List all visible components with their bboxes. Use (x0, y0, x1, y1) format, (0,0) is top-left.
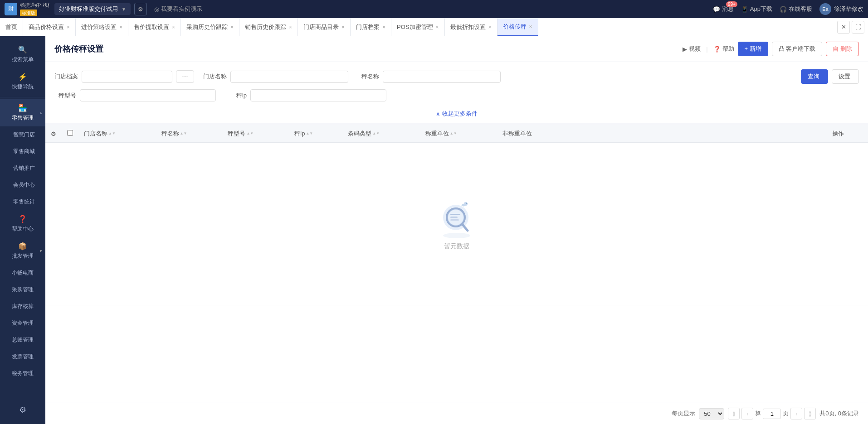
scale-ip-input[interactable] (250, 89, 386, 101)
delete-button[interactable]: 自 删除 (826, 42, 859, 56)
close-tab-button[interactable]: ✕ (837, 21, 850, 34)
per-page-label: 每页显示 (672, 410, 695, 418)
tab-purchase-history[interactable]: 采购历史价跟踪 × (181, 18, 239, 36)
svg-rect-8 (450, 219, 459, 221)
close-tab-icon[interactable]: × (488, 24, 492, 30)
download-button[interactable]: 凸 客户端下载 (772, 42, 823, 56)
tab-store-file[interactable]: 门店档案 × (351, 18, 391, 36)
page-actions: ▶ 视频 | ❓ 帮助 + 新增 凸 客户端下载 自 删除 (683, 42, 859, 56)
scale-ip-label: 秤ip (225, 92, 247, 100)
tab-store-catalog[interactable]: 门店商品目录 × (298, 18, 351, 36)
sidebar-top: 🔍 搜索菜单 ⚡ 快捷导航 🏪 零售管理 ▲ 智慧门店 零售商城 营销推广 (0, 36, 45, 386)
sidebar-item-purchase[interactable]: 采购管理 (0, 281, 45, 298)
logo-area: 财 畅捷通好业财 标准版 (5, 2, 50, 16)
close-tab-icon[interactable]: × (230, 24, 234, 30)
collapse-bar[interactable]: ∧ 收起更多条件 (54, 107, 859, 120)
sidebar-item-help-center[interactable]: ❓ 帮助中心 (0, 210, 45, 237)
sidebar-item-inventory[interactable]: 库存核算 (0, 298, 45, 315)
store-file-input[interactable] (82, 71, 172, 83)
tab-home[interactable]: 首页 (0, 18, 23, 36)
app-logo-icon: 财 (5, 3, 17, 15)
sidebar-item-mini-ecom[interactable]: 小畅电商 (0, 265, 45, 281)
tab-sale-history[interactable]: 销售历史价跟踪 × (239, 18, 298, 36)
main-layout: 🔍 搜索菜单 ⚡ 快捷导航 🏪 零售管理 ▲ 智慧门店 零售商城 营销推广 (0, 36, 868, 424)
help-link[interactable]: ❓ 帮助 (713, 45, 734, 53)
store-name-input[interactable] (230, 71, 348, 83)
last-page-button[interactable]: ⟫ (804, 408, 816, 419)
store-file-more-button[interactable]: ··· (176, 70, 194, 83)
prev-page-button[interactable]: ‹ (741, 408, 753, 419)
sidebar-item-general-account[interactable]: 总账管理 (0, 332, 45, 348)
tab-min-discount[interactable]: 最低折扣设置 × (445, 18, 497, 36)
store-file-label: 门店档案 (54, 72, 78, 81)
table-settings-icon[interactable]: ⚙ (51, 130, 56, 137)
th-settings: ⚙ (45, 125, 62, 143)
per-page-select[interactable]: 50 10 20 100 (699, 408, 724, 419)
query-button[interactable]: 查询 (801, 69, 828, 84)
sidebar-item-quick-nav[interactable]: ⚡ 快捷导航 (0, 68, 45, 95)
chevron-down-icon: ▼ (122, 7, 126, 12)
page-number-input[interactable] (763, 409, 781, 419)
sidebar-item-marketing[interactable]: 营销推广 (0, 160, 45, 177)
close-tab-icon[interactable]: × (436, 24, 439, 30)
messages-button[interactable]: 💬 消息 99+ (713, 5, 734, 13)
table-container: ⚙ 门店名称 ▲▼ 秤名称 (45, 125, 868, 403)
sidebar-item-retail-manage[interactable]: 🏪 零售管理 ▲ (0, 99, 45, 126)
data-table: ⚙ 门店名称 ▲▼ 秤名称 (45, 125, 868, 305)
close-tab-icon[interactable]: × (341, 24, 345, 30)
th-non-weight-unit: 非称重单位 (497, 125, 827, 143)
question-icon: ❓ (18, 215, 27, 223)
message-icon: 💬 (713, 6, 720, 13)
settings-form-button[interactable]: 设置 (832, 69, 859, 84)
top-header: 财 畅捷通好业财 标准版 好业财标准版交付试用 ▼ ⚙ ◎ 我要看实例演示 💬 … (0, 0, 868, 18)
close-tab-icon[interactable]: × (529, 24, 532, 30)
close-tab-icon[interactable]: × (172, 24, 175, 30)
sidebar-item-tax[interactable]: 税务管理 (0, 365, 45, 382)
scale-name-input[interactable] (383, 71, 501, 83)
close-tab-icon[interactable]: × (67, 24, 70, 30)
next-page-button[interactable]: › (790, 408, 802, 419)
sidebar-item-invoice[interactable]: 发票管理 (0, 348, 45, 365)
video-link[interactable]: ▶ 视频 (683, 45, 701, 53)
sidebar-item-wholesale[interactable]: 📦 批发管理 ▼ (0, 237, 45, 265)
sidebar-item-search[interactable]: 🔍 搜索菜单 (0, 41, 45, 68)
close-tab-icon[interactable]: × (289, 24, 292, 30)
scale-name-label: 秤名称 (357, 72, 379, 81)
demo-link[interactable]: ◎ 我要看实例演示 (154, 5, 202, 13)
sidebar-item-member[interactable]: 会员中心 (0, 177, 45, 193)
tab-pos-encrypt[interactable]: POS加密管理 × (391, 18, 444, 36)
tab-bar: 首页 商品价格设置 × 进价策略设置 × 售价提取设置 × 采购历史价跟踪 × … (0, 18, 868, 36)
empty-text: 暂元数据 (444, 242, 469, 251)
tab-sale-extract[interactable]: 售价提取设置 × (128, 18, 181, 36)
scale-model-label: 秤型号 (54, 92, 76, 100)
maximize-tab-button[interactable]: ⛶ (852, 21, 864, 34)
sidebar-item-smart-store[interactable]: 智慧门店 (0, 126, 45, 143)
sidebar-item-fund[interactable]: 资金管理 (0, 315, 45, 332)
select-all-checkbox[interactable] (67, 130, 73, 136)
product-settings-button[interactable]: ⚙ (134, 3, 147, 15)
sidebar-settings-button[interactable]: ⚙ (0, 400, 45, 419)
close-tab-icon[interactable]: × (382, 24, 385, 30)
sidebar-item-retail-stats[interactable]: 零售统计 (0, 193, 45, 210)
avatar: Ea (819, 3, 831, 15)
scale-model-field: 秤型号 (54, 89, 216, 101)
add-button[interactable]: + 新增 (738, 42, 768, 56)
svg-point-0 (443, 233, 470, 238)
user-area[interactable]: Ea 徐泽华修改 (819, 3, 863, 15)
first-page-button[interactable]: ⟪ (728, 408, 740, 419)
empty-state-row: 暂元数据 (45, 143, 868, 305)
tab-price-transmit[interactable]: 价格传秤 × (497, 18, 538, 36)
video-icon: ▶ (683, 46, 687, 53)
close-tab-icon[interactable]: × (119, 24, 122, 30)
th-scale-model: 秤型号 ▲▼ (222, 125, 289, 143)
sidebar-item-online-store[interactable]: 零售商城 (0, 143, 45, 160)
tab-price-settings[interactable]: 商品价格设置 × (23, 18, 76, 36)
scale-model-input[interactable] (80, 89, 216, 101)
tab-purchase-strategy[interactable]: 进价策略设置 × (76, 18, 128, 36)
online-service-button[interactable]: 🎧 在线客服 (780, 5, 812, 13)
th-weight-unit: 称重单位 ▲▼ (420, 125, 497, 143)
store-file-field: 门店档案 ··· (54, 70, 194, 83)
app-download-button[interactable]: 📱 App下载 (741, 5, 772, 13)
product-selector[interactable]: 好业财标准版交付试用 ▼ (54, 3, 131, 15)
headset-icon: 🎧 (780, 6, 787, 13)
